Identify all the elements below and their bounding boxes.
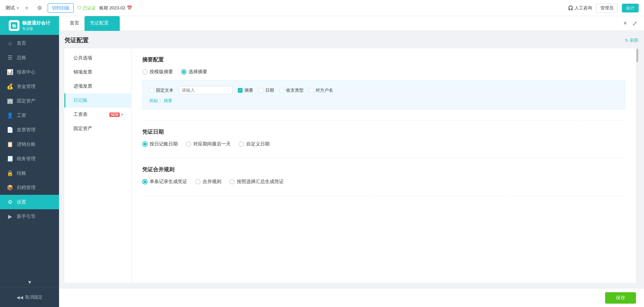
checkbox-date[interactable]: 日期 xyxy=(259,87,274,93)
divider-3 xyxy=(142,195,625,196)
sidebar-item-label: 结账 xyxy=(17,170,26,176)
summary-options-row: 固定文本 ✓ 摘要 日期 xyxy=(149,86,618,94)
fullscreen-button[interactable]: ⤢ xyxy=(631,18,639,29)
checkbox-date-box xyxy=(259,88,263,93)
example-text: 例如： 摘要 xyxy=(149,98,618,104)
sidebar-item-guide[interactable]: ▶ 新手引导 xyxy=(0,209,59,224)
checkbox-summary[interactable]: ✓ 摘要 xyxy=(238,87,253,93)
config-nav-fixed-asset[interactable]: 固定资产 xyxy=(64,122,131,136)
sidebar-item-purchase[interactable]: 📋 进销台账 xyxy=(0,137,59,151)
content-area: 首页 凭证配置 × × ⤢ 凭证配置 ↻ 刷新 xyxy=(59,16,644,307)
radio-summary-generate-icon xyxy=(229,179,235,184)
tab-voucher-config[interactable]: 凭证配置 × xyxy=(85,16,120,31)
sidebar-scroll-down[interactable]: ▾ xyxy=(0,277,59,287)
payroll-chevron-icon: ▾ xyxy=(121,112,123,117)
sidebar-item-fund[interactable]: 💰 资金管理 xyxy=(0,79,59,94)
config-nav-public[interactable]: 公共选项 xyxy=(64,51,131,65)
consult-button[interactable]: 🎧 人工咨询 xyxy=(568,5,592,11)
project-selector[interactable]: 测试 ▾ xyxy=(5,5,19,11)
add-icon[interactable]: + xyxy=(22,3,32,13)
summary-options-box: 固定文本 ✓ 摘要 日期 xyxy=(142,80,625,109)
checkbox-counterpart[interactable]: 对方户名 xyxy=(309,87,333,93)
pin-button[interactable]: ◀◀ 取消固定 xyxy=(0,291,59,304)
asset-icon: 🏢 xyxy=(7,98,13,104)
sidebar-item-salary[interactable]: 👤 工资 xyxy=(0,108,59,123)
divider-2 xyxy=(142,158,625,158)
config-nav-journal[interactable]: 日记账 xyxy=(64,93,131,107)
sidebar-item-label: 设置 xyxy=(17,199,26,205)
project-name: 测试 xyxy=(5,5,15,11)
switch-old-version-button[interactable]: 切到旧版 xyxy=(48,3,74,13)
sidebar-item-ledger[interactable]: ☰ 总账 xyxy=(0,50,59,65)
purchase-icon: 📋 xyxy=(7,141,13,147)
radio-template-icon xyxy=(142,69,148,75)
radio-template-summary[interactable]: 按模版摘要 xyxy=(142,69,173,75)
scrollbar-track[interactable] xyxy=(636,48,639,283)
fund-icon: 💰 xyxy=(7,83,13,90)
tab-close-icon[interactable]: × xyxy=(112,21,114,26)
config-layout: 公共选项 销项发票 进项发票 日记账 工资表 xyxy=(64,48,639,283)
settings-nav-icon: ⚙ xyxy=(7,199,13,205)
sidebar-item-home[interactable]: ⌂ 首页 xyxy=(0,36,59,50)
checkbox-income-type[interactable]: 收支类型 xyxy=(279,87,304,93)
accountant-button[interactable]: 会计 xyxy=(622,4,639,12)
radio-summary-generate[interactable]: 按照选择汇总生成凭证 xyxy=(229,179,284,185)
scrollbar-thumb[interactable] xyxy=(636,49,638,62)
radio-journal-date[interactable]: 按日记账日期 xyxy=(142,141,178,147)
radio-journal-date-icon xyxy=(142,141,148,147)
tab-home[interactable]: 首页 xyxy=(64,16,85,31)
voucher-merge-title: 凭证合并规则 xyxy=(142,166,625,173)
new-badge: NEW xyxy=(109,113,120,117)
save-button[interactable]: 保存 xyxy=(605,292,636,304)
calendar-icon[interactable]: 📅 xyxy=(127,5,132,10)
sidebar-item-invoice[interactable]: 📄 发票管理 xyxy=(0,123,59,137)
page-title: 凭证配置 xyxy=(64,36,89,44)
config-nav-sales[interactable]: 销项发票 xyxy=(64,65,131,79)
voucher-date-radio-group: 按日记账日期 对应期间最后一天 自定义日期 xyxy=(142,141,625,147)
sidebar-item-label: 新手引导 xyxy=(17,214,36,220)
sidebar-item-archive[interactable]: 📦 归档管理 xyxy=(0,180,59,195)
tabs-bar: 首页 凭证配置 × × ⤢ xyxy=(59,16,644,31)
checkbox-fixed-text[interactable]: 固定文本 xyxy=(149,87,173,93)
radio-select-summary[interactable]: 选择摘要 xyxy=(181,69,207,75)
radio-period-last[interactable]: 对应期间最后一天 xyxy=(186,141,231,147)
radio-custom-date[interactable]: 自定义日期 xyxy=(239,141,270,147)
bottom-bar: 保存 xyxy=(59,288,644,307)
role-button[interactable]: 管理员 xyxy=(596,3,618,13)
config-nav-purchase[interactable]: 进项发票 xyxy=(64,79,131,93)
topbar-right: 🎧 人工咨询 管理员 会计 xyxy=(568,3,639,13)
topbar: 测试 ▾ + ⚙ 切到旧版 🛡 已认证 账期 2023-02 📅 🎧 人工咨询 … xyxy=(0,0,644,16)
sidebar-item-label: 工资 xyxy=(17,113,26,119)
home-icon: ⌂ xyxy=(7,40,13,46)
sidebar-item-label: 进销台账 xyxy=(17,141,36,147)
sidebar-item-label: 固定资产 xyxy=(17,98,36,104)
sidebar-item-close[interactable]: 🔒 结账 xyxy=(0,166,59,180)
radio-single-record[interactable]: 单条记录生成凭证 xyxy=(142,179,187,185)
divider-1 xyxy=(142,120,625,121)
period-display: 账期 2023-02 📅 xyxy=(99,5,132,11)
project-chevron-icon: ▾ xyxy=(17,6,19,10)
radio-custom-date-icon xyxy=(239,141,244,147)
refresh-button[interactable]: ↻ 刷新 xyxy=(625,37,639,43)
config-content: 摘要配置 按模版摘要 选择摘要 xyxy=(131,48,636,283)
sidebar-item-tax[interactable]: 🧾 税务管理 xyxy=(0,151,59,166)
sidebar-item-asset[interactable]: 🏢 固定资产 xyxy=(0,94,59,108)
close-tab-button[interactable]: × xyxy=(622,18,628,28)
sidebar-item-report[interactable]: 📊 报表中心 xyxy=(0,65,59,79)
fixed-text-input[interactable] xyxy=(179,86,232,94)
settings-icon[interactable]: ⚙ xyxy=(35,3,44,13)
radio-merge-rule[interactable]: 合并规则 xyxy=(195,179,221,185)
voucher-date-section: 凭证日期 按日记账日期 对应期间最后一天 xyxy=(142,129,625,147)
ledger-icon: ☰ xyxy=(7,54,13,61)
logo-icon: 畅 xyxy=(9,20,19,31)
sidebar-logo[interactable]: 畅 畅捷通好会计 专业版 xyxy=(0,16,59,35)
voucher-merge-radio-group: 单条记录生成凭证 合并规则 按照选择汇总生成凭证 xyxy=(142,179,625,185)
checkbox-counterpart-box xyxy=(309,88,314,93)
report-icon: 📊 xyxy=(7,69,13,75)
voucher-merge-section: 凭证合并规则 单条记录生成凭证 合并规则 xyxy=(142,166,625,185)
checkbox-income-type-box xyxy=(279,88,284,93)
config-nav-payroll[interactable]: 工资表 NEW ▾ xyxy=(64,107,131,122)
sidebar-item-settings[interactable]: ⚙ 设置 xyxy=(0,195,59,209)
sidebar: 畅 畅捷通好会计 专业版 ⌂ 首页 ☰ 总账 📊 报表中心 💰 资金管理 xyxy=(0,16,59,307)
page-content: 凭证配置 ↻ 刷新 公共选项 销项发票 进项发票 xyxy=(59,31,644,288)
